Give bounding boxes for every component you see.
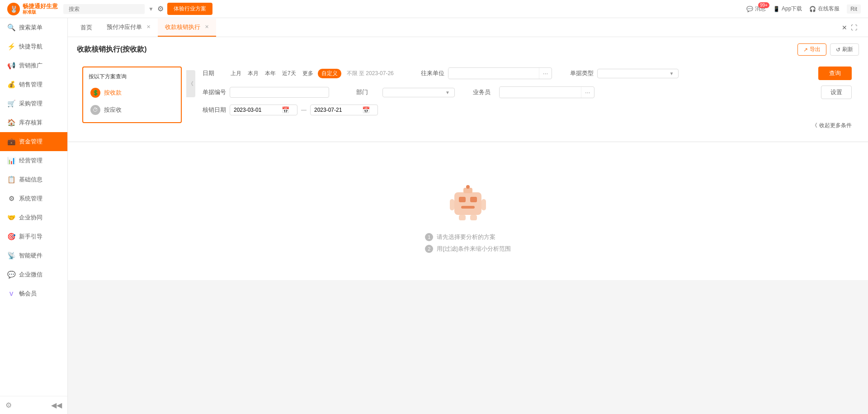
sidebar-item-system[interactable]: ⚙ 系统管理 — [0, 189, 67, 208]
calendar-end-icon[interactable]: 📅 — [362, 106, 370, 114]
doc-no-input[interactable] — [230, 87, 329, 98]
filter-option-by-receivable[interactable]: ⏱ 按应收 — [83, 101, 181, 119]
sidebar-item-inventory[interactable]: 🏠 库存核算 — [0, 113, 67, 132]
enterprise-icon: 🤝 — [7, 214, 15, 222]
counterpart-input[interactable] — [448, 68, 539, 78]
svg-point-5 — [466, 185, 470, 189]
query-button[interactable]: 查询 — [818, 67, 852, 80]
sidebar-item-basic[interactable]: 📋 基础信息 — [0, 170, 67, 189]
tab-receipt-verify[interactable]: 收款核销执行 ✕ — [158, 19, 216, 37]
tab-expand-icon[interactable]: ⛶ — [851, 24, 857, 31]
page-header-actions: ↗ 导出 ↺ 刷新 — [797, 43, 859, 56]
tab-prepay-close-icon[interactable]: ✕ — [146, 24, 151, 30]
sales-icon: 💰 — [7, 81, 15, 89]
verify-date-end-input[interactable] — [314, 107, 359, 113]
message-button[interactable]: 💬 消息 99+ — [746, 5, 766, 13]
doc-type-select[interactable]: ▼ — [597, 69, 679, 78]
sidebar-item-sales[interactable]: 💰 销售管理 — [0, 75, 67, 94]
verify-date-start-input[interactable] — [234, 107, 279, 113]
sidebar-item-purchase[interactable]: 🛒 采购管理 — [0, 94, 67, 113]
tab-home[interactable]: 首页 — [73, 19, 99, 36]
sidebar-label-quick: 快捷导航 — [19, 43, 42, 51]
sidebar-label-inventory: 库存核算 — [19, 119, 42, 127]
verify-date-end-wrap: 📅 — [310, 105, 378, 115]
sidebar-label-marketing: 营销推广 — [19, 62, 42, 70]
svg-rect-2 — [470, 197, 477, 202]
topbar-search-input[interactable] — [63, 4, 145, 14]
dropdown-arrow-icon[interactable]: ▼ — [148, 6, 154, 12]
sidebar-item-search[interactable]: 🔍 搜索菜单 — [0, 18, 67, 37]
empty-tip-2: 2 用[过滤]条件来缩小分析范围 — [425, 245, 510, 253]
solution-button[interactable]: 体验行业方案 — [167, 3, 212, 15]
settings-button[interactable]: 设置 — [821, 86, 852, 99]
tab-close-icon[interactable]: ✕ — [842, 24, 847, 31]
svg-rect-3 — [461, 206, 475, 209]
dept-select[interactable]: ▼ — [382, 88, 455, 97]
svg-rect-6 — [450, 199, 454, 210]
page-title-row: 收款核销执行(按收款) ↗ 导出 ↺ 刷新 — [77, 43, 859, 56]
dept-label: 部门 — [356, 88, 379, 96]
sidebar-item-finance[interactable]: 💼 资金管理 — [0, 132, 67, 151]
sidebar-label-enterprise: 企业协同 — [19, 214, 42, 222]
filter-form: 日期 上月 本月 本年 近7天 更多 自定义 不限 至 2023-07-26 — [195, 61, 859, 141]
sidebar-collapse-icon[interactable]: ◀◀ — [51, 401, 62, 409]
quick-icon: ⚡ — [7, 43, 15, 51]
calendar-start-icon[interactable]: 📅 — [282, 106, 289, 114]
date-range-text: 不限 至 2023-07-26 — [347, 70, 394, 77]
staff-input-wrap: ··· — [499, 86, 594, 98]
operation-icon: 📊 — [7, 157, 15, 165]
filter-collapse-button[interactable]: 《 — [186, 70, 195, 97]
sidebar-item-marketing[interactable]: 📢 营销推广 — [0, 56, 67, 75]
staff-dots-btn[interactable]: ··· — [581, 87, 594, 98]
sidebar-item-guide[interactable]: 🎯 新手引导 — [0, 227, 67, 246]
purchase-icon: 🛒 — [7, 100, 15, 108]
date-opt-this-month[interactable]: 本月 — [246, 69, 260, 78]
collapse-more-label: 收起更多条件 — [819, 122, 852, 129]
export-icon: ↗ — [803, 47, 808, 53]
counterpart-dots-btn[interactable]: ··· — [539, 68, 552, 79]
refresh-button[interactable]: ↺ 刷新 — [830, 43, 859, 56]
filter-sidebar-panel: 按以下方案查询 💲 按收款 ⏱ 按应收 — [82, 67, 182, 123]
svg-rect-9 — [470, 215, 477, 220]
user-account[interactable]: Rit — [847, 5, 861, 14]
doc-type-label: 单据类型 — [570, 69, 594, 77]
tab-prepay[interactable]: 预付冲应付单 ✕ — [99, 19, 158, 37]
export-button[interactable]: ↗ 导出 — [797, 43, 826, 56]
sidebar-item-hardware[interactable]: 📡 智能硬件 — [0, 246, 67, 265]
tip-text-2: 用[过滤]条件来缩小分析范围 — [437, 245, 510, 253]
inventory-icon: 🏠 — [7, 119, 15, 127]
page-title: 收款核销执行(按收款) — [77, 45, 147, 54]
settings-icon[interactable]: ⚙ — [157, 5, 164, 13]
sidebar-settings-icon[interactable]: ⚙ — [5, 401, 12, 409]
marketing-icon: 📢 — [7, 62, 15, 70]
date-opt-this-year[interactable]: 本年 — [263, 69, 278, 78]
receivable-option-icon: ⏱ — [90, 105, 100, 115]
collapse-more-button[interactable]: 《 收起更多条件 — [812, 119, 852, 132]
date-opt-more[interactable]: 更多 — [301, 69, 315, 78]
search-icon: 🔍 — [7, 24, 15, 32]
staff-input[interactable] — [500, 87, 581, 97]
tab-bar: 首页 预付冲应付单 ✕ 收款核销执行 ✕ ✕ ⛶ — [68, 18, 868, 37]
main-layout: 🔍 搜索菜单 ⚡ 快捷导航 📢 营销推广 💰 销售管理 🛒 采购管理 🏠 库存核… — [0, 18, 868, 414]
sidebar-label-wechat: 企业微信 — [19, 271, 42, 279]
filter-option-by-receipt[interactable]: 💲 按收款 — [83, 84, 181, 101]
sidebar: 🔍 搜索菜单 ⚡ 快捷导航 📢 营销推广 💰 销售管理 🛒 采购管理 🏠 库存核… — [0, 18, 68, 414]
sidebar-item-quick[interactable]: ⚡ 快捷导航 — [0, 37, 67, 56]
date-opt-last-month[interactable]: 上月 — [229, 69, 243, 78]
refresh-icon: ↺ — [836, 47, 840, 53]
tip-num-2: 2 — [425, 245, 433, 253]
date-opt-custom[interactable]: 自定义 — [318, 69, 341, 78]
sidebar-item-enterprise[interactable]: 🤝 企业协同 — [0, 208, 67, 227]
verify-date-label: 核销日期 — [203, 106, 226, 114]
date-opt-7days[interactable]: 近7天 — [280, 69, 298, 78]
sidebar-item-wechat[interactable]: 💬 企业微信 — [0, 265, 67, 284]
sidebar-item-operation[interactable]: 📊 经营管理 — [0, 151, 67, 170]
dept-arrow-icon: ▼ — [445, 90, 450, 95]
verify-date-start-wrap: 📅 — [230, 105, 297, 115]
counterpart-label: 往来单位 — [421, 69, 444, 77]
app-download-button[interactable]: 📱 App下载 — [773, 5, 802, 13]
sidebar-item-member[interactable]: V 畅会员 — [0, 284, 67, 303]
online-service-button[interactable]: 🎧 在线客服 — [809, 5, 840, 13]
date-label: 日期 — [203, 69, 225, 77]
tab-receipt-verify-close-icon[interactable]: ✕ — [205, 24, 209, 30]
